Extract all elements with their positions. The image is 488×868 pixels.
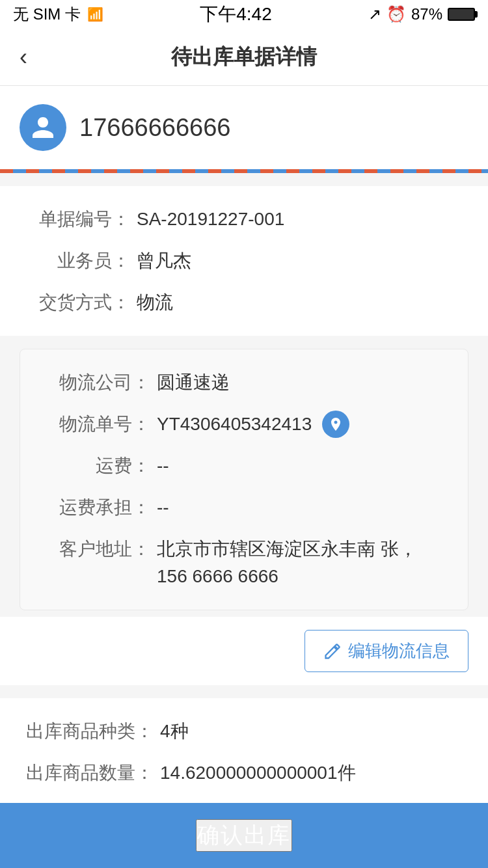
goods-quantity-label: 出库商品数量： — [26, 759, 154, 787]
freight-row: 运费： -- — [46, 452, 442, 480]
page-title: 待出库单据详情 — [171, 43, 317, 72]
wifi-icon: 📶 — [87, 7, 103, 22]
agent-row: 业务员： 曾凡杰 — [26, 247, 462, 275]
delivery-label: 交货方式： — [26, 289, 130, 316]
section-divider-1 — [0, 685, 488, 698]
logistics-card: 物流公司： 圆通速递 物流单号： YT43064053424​13 运费： --… — [20, 349, 468, 610]
battery-icon — [448, 8, 475, 21]
logistics-company-row: 物流公司： 圆通速递 — [46, 369, 442, 396]
edit-icon — [323, 642, 342, 660]
tracking-label: 物流单号： — [46, 411, 150, 438]
avatar — [20, 104, 66, 151]
goods-types-row: 出库商品种类： 4种 — [26, 718, 462, 745]
order-info-section: 单据编号： SA-20191227-001 业务员： 曾凡杰 交货方式： 物流 — [0, 186, 488, 336]
edit-logistics-label: 编辑物流信息 — [348, 640, 450, 662]
delivery-row: 交货方式： 物流 — [26, 289, 462, 316]
delivery-value: 物流 — [137, 289, 462, 316]
goods-types-label: 出库商品种类： — [26, 718, 154, 745]
freight-bearer-label: 运费承担： — [46, 494, 150, 521]
order-no-value: SA-20191227-001 — [137, 206, 462, 233]
status-time: 下午4:42 — [200, 2, 272, 27]
tracking-number: YT43064053424​13 — [157, 411, 312, 438]
confirm-button[interactable]: 确认出库 — [196, 819, 292, 852]
goods-quantity-row: 出库商品数量： 14.620000000000001件 — [26, 759, 462, 787]
edit-logistics-button[interactable]: 编辑物流信息 — [305, 630, 468, 672]
address-label: 客户地址： — [46, 536, 150, 563]
customer-phone: 17666666666 — [79, 114, 230, 142]
tracking-value-container: YT43064053424​13 — [157, 411, 442, 438]
back-button[interactable]: ‹ — [20, 44, 27, 71]
logistics-company-label: 物流公司： — [46, 369, 150, 396]
dashed-divider — [0, 169, 488, 173]
logistics-company-value: 圆通速递 — [157, 369, 442, 396]
goods-types-value: 4种 — [160, 718, 462, 745]
status-bar: 无 SIM 卡 📶 下午4:42 ↗ ⏰ 87% — [0, 0, 488, 29]
freight-label: 运费： — [46, 452, 150, 480]
order-no-row: 单据编号： SA-20191227-001 — [26, 206, 462, 233]
freight-bearer-row: 运费承担： -- — [46, 494, 442, 521]
goods-quantity-value: 14.620000000000001件 — [160, 759, 462, 787]
address-row: 客户地址： 北京市市辖区海淀区永丰南 张，156 6666 6666 — [46, 536, 442, 590]
alarm-icon: ⏰ — [386, 5, 406, 23]
tracking-location-icon[interactable] — [322, 411, 349, 438]
map-pin-icon — [328, 416, 344, 432]
address-value: 北京市市辖区海淀区永丰南 张，156 6666 6666 — [157, 536, 442, 590]
edit-logistics-row: 编辑物流信息 — [0, 617, 488, 685]
status-left: 无 SIM 卡 📶 — [13, 4, 103, 25]
tracking-row: 物流单号： YT43064053424​13 — [46, 411, 442, 438]
agent-value: 曾凡杰 — [137, 247, 462, 275]
person-icon — [30, 115, 56, 141]
customer-header: 17666666666 — [0, 86, 488, 169]
agent-label: 业务员： — [26, 247, 130, 275]
battery-text: 87% — [411, 5, 442, 23]
status-right: ↗ ⏰ 87% — [368, 5, 475, 23]
goods-section: 出库商品种类： 4种 出库商品数量： 14.620000000000001件 — [0, 698, 488, 806]
freight-value: -- — [157, 452, 442, 480]
carrier-text: 无 SIM 卡 — [13, 4, 81, 25]
nav-bar: ‹ 待出库单据详情 — [0, 29, 488, 86]
order-no-label: 单据编号： — [26, 206, 130, 233]
freight-bearer-value: -- — [157, 494, 442, 521]
bottom-bar: 确认出库 — [0, 803, 488, 868]
location-status-icon: ↗ — [368, 5, 381, 23]
